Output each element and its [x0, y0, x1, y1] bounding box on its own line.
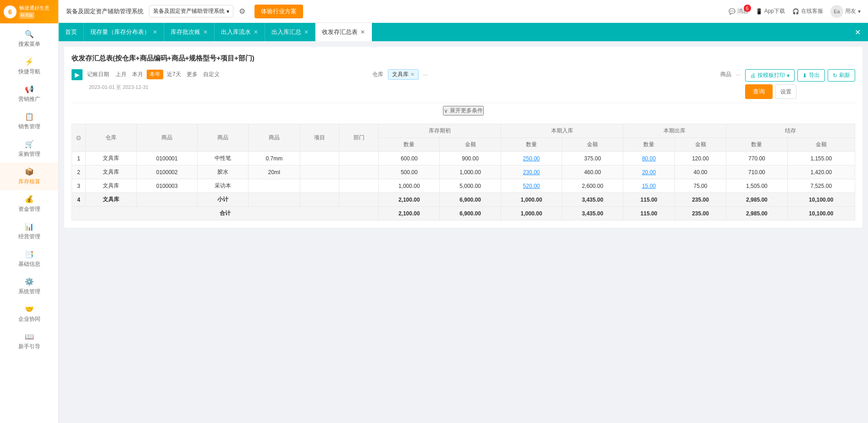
row-project — [300, 165, 339, 179]
row-out-amt: 40.00 — [674, 165, 726, 179]
app-download-item[interactable]: 📱 App下载 — [756, 7, 785, 15]
row-out-qty: 80.00 — [623, 152, 674, 165]
sidebar: 6 畅捷通好生意 标准版 🔍搜索菜单⚡快捷导航📢营销推广📋销售管理🛒采购管理📦库… — [0, 0, 59, 423]
tab-出入库汇总[interactable]: 出入库汇总✕ — [265, 23, 315, 41]
tab-close-icon[interactable]: ✕ — [203, 29, 208, 35]
system-dropdown[interactable]: 装备及固定资产辅助管理系统 ▾ — [149, 5, 233, 17]
row-opening-amt: 5,000.00 — [440, 179, 501, 193]
tab-库存批次账[interactable]: 库存批次账✕ — [164, 23, 215, 41]
sidebar-item-企业协同[interactable]: 🤝企业协同 — [0, 300, 58, 328]
sidebar-item-快捷导航[interactable]: ⚡快捷导航 — [0, 53, 58, 80]
date-btn-custom[interactable]: 自定义 — [201, 70, 221, 79]
col-settings: ⚙ — [72, 124, 86, 152]
tab-首页[interactable]: 首页 — [59, 23, 84, 41]
row-balance-qty: 1,505.00 — [726, 179, 787, 193]
sidebar-nav: 🔍搜索菜单⚡快捷导航📢营销推广📋销售管理🛒采购管理📦库存核算💰资金管理📊经营管理… — [0, 23, 58, 423]
query-btn[interactable]: 查询 — [745, 84, 773, 99]
tab-收发存汇总表[interactable]: 收发存汇总表✕ — [315, 23, 372, 41]
tab-close-icon[interactable]: ✕ — [304, 29, 309, 35]
messages-item[interactable]: 💬 消息 6 — [729, 7, 748, 15]
row-in-amt: 2,600.00 — [562, 179, 623, 193]
online-service-item[interactable]: 🎧 在线客服 — [792, 7, 823, 15]
sidebar-item-搜索菜单[interactable]: 🔍搜索菜单 — [0, 25, 58, 53]
filter-toggle-btn[interactable]: ▶ — [72, 69, 83, 80]
row-spec — [249, 179, 300, 193]
sidebar-item-系统管理[interactable]: ⚙️系统管理 — [0, 273, 58, 300]
col-opening-header: 库存期初 — [379, 124, 501, 138]
expand-more-btn[interactable]: ∨ 展开更多条件 — [443, 106, 484, 115]
footer-opening-qty: 2,100.00 — [379, 207, 440, 220]
row-out-qty: 15.00 — [623, 179, 674, 193]
sidebar-item-新手引导[interactable]: 📖新手引导 — [0, 328, 58, 355]
tab-close-icon[interactable]: ✕ — [360, 29, 365, 35]
row-spec: 20ml — [249, 165, 300, 179]
sidebar-item-label: 基础信息 — [18, 260, 40, 268]
user-item[interactable]: Ea 用友 ▾ — [830, 5, 861, 18]
topbar: 装备及固定资产辅助管理系统 装备及固定资产辅助管理系统 ▾ ⚙ 体验行业方案 💬… — [59, 0, 868, 23]
row-num: 2 — [72, 165, 86, 179]
row-dept — [339, 193, 379, 207]
col-opening-qty: 数量 — [379, 138, 440, 152]
table-settings-btn[interactable]: 设置 — [775, 84, 796, 99]
sidebar-item-基础信息[interactable]: 📑基础信息 — [0, 245, 58, 273]
message-icon: 💬 — [729, 8, 735, 15]
in-qty-link[interactable]: 230.00 — [523, 169, 540, 176]
out-qty-link[interactable]: 20.00 — [642, 169, 656, 176]
date-btn-last-month[interactable]: 上月 — [114, 70, 128, 79]
close-all-tabs-icon[interactable]: ✕ — [847, 28, 868, 37]
topbar-system-title: 装备及固定资产辅助管理系统 — [66, 7, 144, 16]
settings-icon[interactable]: ⚙ — [239, 7, 245, 16]
date-label: 记账日期 — [87, 71, 109, 78]
tab-label: 出入库流水 — [221, 28, 251, 36]
row-project — [300, 152, 339, 165]
table-row: 2 文具库 0100002 胶水 20ml 500.00 1,000.00 23… — [72, 165, 855, 179]
out-qty-link[interactable]: 15.00 — [642, 183, 656, 189]
sidebar-icon: 📖 — [25, 332, 34, 341]
sidebar-item-经营管理[interactable]: 📊经营管理 — [0, 218, 58, 245]
in-qty-link[interactable]: 250.00 — [523, 155, 540, 162]
tab-close-icon[interactable]: ✕ — [254, 29, 258, 35]
tab-close-icon[interactable]: ✕ — [153, 29, 157, 35]
warehouse-tag-close[interactable]: ✕ — [410, 71, 415, 77]
sidebar-item-营销推广[interactable]: 📢营销推广 — [0, 80, 58, 108]
out-qty-link[interactable]: 80.00 — [642, 155, 656, 162]
sidebar-item-label: 库存核算 — [18, 178, 40, 186]
table-row: 1 文具库 0100001 中性笔 0.7mm 600.00 900.00 25… — [72, 152, 855, 165]
sidebar-item-库存核算[interactable]: 📦库存核算 — [0, 163, 58, 190]
refresh-btn[interactable]: ↻ 刷新 — [828, 69, 855, 82]
tab-出入库流水[interactable]: 出入库流水✕ — [215, 23, 265, 41]
date-btn-this-year[interactable]: 本年 — [147, 70, 163, 79]
export-btn[interactable]: ⬇ 导出 — [797, 69, 825, 82]
sidebar-item-采购管理[interactable]: 🛒采购管理 — [0, 135, 58, 163]
row-out-qty: 115.00 — [623, 193, 674, 207]
footer-row: 合计 2,100.00 6,900.00 1,000.00 3,435.00 1… — [72, 207, 855, 220]
row-dept — [339, 152, 379, 165]
row-balance-amt: 7,525.00 — [787, 179, 855, 193]
tab-现存量（库存分布表）[interactable]: 现存量（库存分布表）✕ — [84, 23, 164, 41]
expand-bar: ∨ 展开更多条件 — [72, 103, 855, 118]
row-code: 0100001 — [136, 152, 197, 165]
footer-in-qty: 1,000.00 — [501, 207, 562, 220]
col-in-amt: 金额 — [562, 138, 623, 152]
in-qty-link[interactable]: 520.00 — [523, 183, 540, 189]
sidebar-icon: 📋 — [25, 112, 34, 121]
avatar: Ea — [830, 5, 843, 18]
date-buttons: 上月 本月 本年 近7天 更多 自定义 — [114, 70, 221, 79]
row-out-amt: 235.00 — [674, 193, 726, 207]
gear-icon[interactable]: ⚙ — [76, 134, 82, 142]
app-download-label: App下载 — [764, 7, 785, 15]
date-btn-this-month[interactable]: 本月 — [130, 70, 145, 79]
goods-more[interactable]: ··· — [736, 71, 741, 78]
sidebar-item-资金管理[interactable]: 💰资金管理 — [0, 190, 58, 218]
row-in-qty: 520.00 — [501, 179, 562, 193]
print-btn[interactable]: 🖨 按模板打印 ▾ — [745, 69, 795, 82]
row-in-qty: 1,000.00 — [501, 193, 562, 207]
trial-btn[interactable]: 体验行业方案 — [254, 5, 303, 18]
date-btn-more[interactable]: 更多 — [185, 70, 199, 79]
footer-out-amt: 235.00 — [674, 207, 726, 220]
sidebar-item-销售管理[interactable]: 📋销售管理 — [0, 108, 58, 135]
date-btn-7days[interactable]: 近7天 — [165, 70, 183, 79]
row-spec: 0.7mm — [249, 152, 300, 165]
warehouse-more[interactable]: ··· — [423, 71, 428, 78]
row-dept — [339, 179, 379, 193]
